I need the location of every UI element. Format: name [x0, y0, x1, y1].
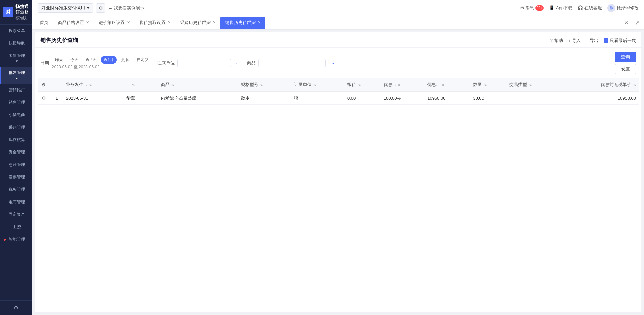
table-header-quantity[interactable]: 数量 ⇅: [470, 78, 507, 92]
export-icon: ↑: [586, 38, 588, 43]
row-pretax-price-cell: 10950.00: [560, 92, 639, 105]
unit-filter-label: 往来单位: [157, 60, 175, 66]
table-header-discount2[interactable]: 优惠... ⇅: [425, 78, 470, 92]
table-header-pretax-price[interactable]: 优惠前无税单价 ⇅: [560, 78, 639, 92]
only-last-checkbox[interactable]: ✓ 只看最后一次: [604, 38, 636, 44]
gear-icon: ⚙: [99, 5, 103, 11]
maximize-button[interactable]: ⤢: [633, 19, 641, 27]
date-btn-yesterday[interactable]: 昨天: [52, 56, 66, 64]
page-actions: ? 帮助 ↓ 导入 ↑ 导出 ✓ 只看最后一次: [550, 38, 636, 44]
close-icon[interactable]: ✕: [168, 20, 171, 25]
date-filter-group: 日期 昨天 今天 近7天 近1月 更多 自定义 2023-05-02 至 202…: [40, 56, 152, 70]
table-header-trade-type[interactable]: 交易类型 ⇅: [507, 78, 560, 92]
sidebar-item-ecommerce[interactable]: 电商管理: [0, 196, 32, 208]
help-button[interactable]: ? 帮助: [550, 38, 563, 44]
product-filter-label: 商品: [247, 60, 256, 66]
sidebar-settings-button[interactable]: ⚙: [0, 300, 32, 315]
gear-icon: ⚙: [42, 95, 46, 101]
unit-more-button[interactable]: ···: [234, 59, 242, 67]
table-header-spec[interactable]: 规格型号 ⇅: [238, 78, 291, 92]
table-header-index: [50, 78, 63, 92]
tab-home[interactable]: 首页: [35, 17, 53, 29]
table-header-extra[interactable]: ... ⇅: [123, 78, 158, 92]
date-btn-today[interactable]: 今天: [67, 56, 81, 64]
demo-link[interactable]: ☁ 我要看实例演示: [108, 5, 144, 11]
table-header-product[interactable]: 商品 ⇅: [158, 78, 238, 92]
product-filter-group: 商品 ···: [247, 59, 336, 67]
export-button[interactable]: ↑ 导出: [586, 38, 599, 44]
close-icon[interactable]: ✕: [213, 20, 216, 25]
row-trade-type-cell: [507, 92, 560, 105]
sidebar-item-smart[interactable]: 智能管理: [0, 233, 32, 246]
sort-icon: ⇅: [132, 83, 135, 87]
date-btn-7days[interactable]: 近7天: [83, 56, 99, 64]
table-header-gear[interactable]: ⚙: [38, 78, 50, 92]
phone-icon: 📱: [549, 5, 554, 10]
sidebar-item-purchase[interactable]: 采购管理: [0, 121, 32, 134]
row-gear-cell[interactable]: ⚙: [38, 92, 50, 105]
version-selector-label: 好业财标准版交付试用: [41, 5, 85, 11]
tab-price-settings[interactable]: 商品价格设置 ✕: [53, 17, 94, 29]
app-logo: 财 畅捷通好业财 标准版: [0, 0, 32, 25]
sidebar-item-invoice[interactable]: 发票管理: [0, 171, 32, 183]
table-header-unit[interactable]: 计量单位 ⇅: [291, 78, 345, 92]
close-icon[interactable]: ✕: [86, 20, 89, 25]
version-selector[interactable]: 好业财标准版交付试用 ▾: [38, 3, 93, 13]
table-header-date[interactable]: 业务发生... ⇅: [63, 78, 123, 92]
tab-sale-price[interactable]: 售价提取设置 ✕: [135, 17, 175, 29]
date-btn-1month[interactable]: 近1月: [101, 56, 117, 64]
sidebar-item-inventory[interactable]: 库存核算: [0, 134, 32, 146]
headset-icon: 🎧: [578, 5, 583, 10]
sidebar-item-quick-nav[interactable]: 快捷导航: [0, 37, 32, 49]
sort-icon: ⇅: [484, 83, 487, 87]
message-button[interactable]: ✉ 消息 99+: [520, 5, 544, 11]
sidebar-item-retail[interactable]: 零售管理 ▼: [0, 49, 32, 67]
row-extra-cell: 华查...: [123, 92, 158, 105]
sidebar-item-tax[interactable]: 税务管理: [0, 183, 32, 196]
sidebar-item-marketing[interactable]: 营销推广: [0, 84, 32, 96]
close-icon[interactable]: ✕: [127, 20, 130, 25]
sort-icon: ⇅: [89, 83, 92, 87]
unit-filter-input[interactable]: [177, 59, 231, 67]
table-header-discount1[interactable]: 优惠... ⇅: [381, 78, 425, 92]
sidebar-item-ledger[interactable]: 总账管理: [0, 159, 32, 171]
tab-purchase-strategy[interactable]: 进价策略设置 ✕: [94, 17, 135, 29]
tab-purchase-history[interactable]: 采购历史价跟踪 ✕: [175, 17, 220, 29]
sort-icon: ⇅: [633, 83, 636, 87]
sidebar-item-sales[interactable]: 销售管理: [0, 96, 32, 109]
row-price-cell: 0.00: [345, 92, 381, 105]
row-discount2-cell: 10950.00: [425, 92, 470, 105]
sidebar-item-wholesale[interactable]: 批发管理 ▲: [0, 67, 32, 84]
sidebar-item-salary[interactable]: 工资: [0, 221, 32, 233]
topbar-settings-button[interactable]: ⚙: [96, 3, 105, 13]
query-button[interactable]: 查询: [615, 52, 636, 62]
chevron-down-icon: ▾: [87, 5, 90, 10]
main-area: 好业财标准版交付试用 ▾ ⚙ ☁ 我要看实例演示 ✉ 消息 99+ 📱 App下…: [32, 0, 644, 315]
filter-area: 日期 昨天 今天 近7天 近1月 更多 自定义 2023-05-02 至 202…: [35, 48, 641, 78]
help-icon: ?: [550, 38, 553, 43]
app-download-button[interactable]: 📱 App下载: [549, 5, 572, 11]
sidebar-item-xc-ecommerce[interactable]: 小畅电商: [0, 109, 32, 121]
date-filter-label: 日期: [40, 60, 49, 66]
import-icon: ↓: [568, 38, 571, 43]
tab-sales-history[interactable]: 销售历史价跟踪 ✕: [220, 17, 265, 29]
date-btn-more[interactable]: 更多: [118, 56, 132, 64]
user-profile-button[interactable]: 徐 徐泽华修改: [607, 4, 639, 12]
close-tab-button[interactable]: ✕: [622, 19, 631, 27]
import-button[interactable]: ↓ 导入: [568, 38, 581, 44]
table-header-price[interactable]: 报价 ⇅: [345, 78, 381, 92]
sidebar-item-search[interactable]: 搜索菜单: [0, 25, 32, 37]
close-icon[interactable]: ✕: [258, 20, 261, 25]
row-date-cell: 2023-05-31: [63, 92, 123, 105]
product-filter-input[interactable]: [258, 59, 326, 67]
sidebar-item-fixed-assets[interactable]: 固定资产: [0, 208, 32, 221]
row-spec-cell: 散水: [238, 92, 291, 105]
row-product-cell: 丙烯酸-2-乙基己酯: [158, 92, 238, 105]
online-service-button[interactable]: 🎧 在线客服: [578, 5, 602, 11]
date-btn-custom[interactable]: 自定义: [134, 56, 152, 64]
app-name: 畅捷通好业财: [15, 4, 30, 15]
settings-button[interactable]: 设置: [615, 64, 636, 74]
sidebar-item-finance[interactable]: 资金管理: [0, 146, 32, 159]
row-unit-cell: 吨: [291, 92, 345, 105]
product-more-button[interactable]: ···: [328, 59, 336, 67]
